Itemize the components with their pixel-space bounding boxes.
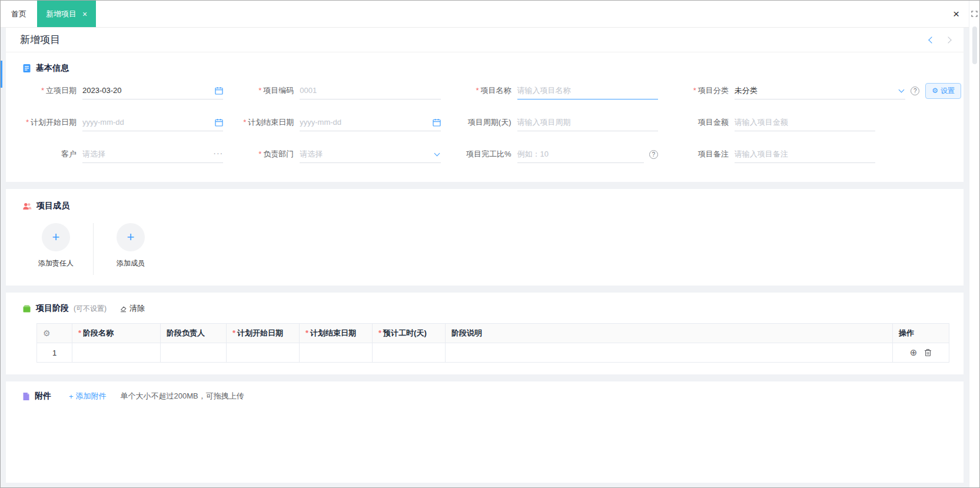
add-owner-unit: + 添加责任人 bbox=[22, 223, 89, 268]
attachment-hint: 单个大小不超过200MB，可拖拽上传 bbox=[121, 391, 244, 401]
field-project-code: *项目编码 0001 bbox=[240, 82, 440, 99]
field-project-period: 项目周期(天) 请输入项目周期 bbox=[457, 114, 658, 131]
lixiang-date-label: *立项日期 bbox=[22, 85, 82, 96]
plus-icon: + bbox=[52, 231, 60, 244]
project-remark-label: 项目备注 bbox=[675, 149, 735, 160]
phase-hours-cell[interactable] bbox=[373, 343, 446, 363]
phase-end-cell[interactable] bbox=[300, 343, 373, 363]
plan-start-date-input[interactable]: yyyy-mm-dd bbox=[82, 114, 223, 131]
phase-table-header-row: ⚙ *阶段名称 阶段负责人 *计划开始日期 bbox=[37, 324, 949, 343]
field-plan-start-date: *计划开始日期 yyyy-mm-dd bbox=[22, 114, 223, 131]
add-member-unit: + 添加成员 bbox=[97, 223, 164, 268]
phase-actions-cell: ⊕ bbox=[893, 343, 949, 363]
more-icon[interactable]: ··· bbox=[213, 149, 223, 160]
phase-table: ⚙ *阶段名称 阶段负责人 *计划开始日期 bbox=[36, 323, 949, 363]
required-mark: * bbox=[258, 86, 261, 95]
chevron-down-icon[interactable] bbox=[899, 89, 905, 92]
col-phase-end: *计划结束日期 bbox=[300, 324, 373, 343]
field-customer: 客户 请选择 ··· bbox=[22, 145, 223, 163]
col-actions: 操作 bbox=[893, 324, 949, 343]
category-settings-button[interactable]: ⚙ 设置 bbox=[925, 83, 961, 99]
next-arrow-icon[interactable] bbox=[945, 36, 951, 43]
phase-name-cell[interactable] bbox=[72, 343, 161, 363]
add-attachment-label: 添加附件 bbox=[76, 391, 107, 401]
window-close-button[interactable]: × bbox=[948, 1, 964, 28]
tab-new-project[interactable]: 新增项目 × bbox=[37, 1, 96, 27]
phase-desc-cell[interactable] bbox=[446, 343, 893, 363]
phase-owner-cell[interactable] bbox=[161, 343, 227, 363]
phases-note: (可不设置) bbox=[74, 304, 107, 314]
required-mark: * bbox=[258, 150, 261, 158]
project-name-label: *项目名称 bbox=[457, 85, 517, 96]
project-name-placeholder: 请输入项目名称 bbox=[517, 85, 571, 96]
attachments-section: 附件 + 添加附件 单个大小不超过200MB，可拖拽上传 bbox=[6, 381, 964, 483]
col-phase-desc: 阶段说明 bbox=[446, 324, 893, 343]
add-member-button[interactable]: + bbox=[117, 223, 145, 251]
project-period-label: 项目周期(天) bbox=[457, 117, 517, 128]
eraser-icon bbox=[119, 305, 127, 313]
add-attachment-button[interactable]: + 添加附件 bbox=[69, 391, 107, 401]
plan-end-date-input[interactable]: yyyy-mm-dd bbox=[300, 114, 440, 131]
department-select[interactable]: 请选择 bbox=[300, 145, 440, 163]
delete-row-icon[interactable] bbox=[924, 348, 932, 357]
customer-placeholder: 请选择 bbox=[82, 149, 105, 160]
right-scrollbar-gutter bbox=[969, 1, 979, 487]
completion-help-icon[interactable]: ? bbox=[649, 150, 658, 159]
add-owner-button[interactable]: + bbox=[42, 223, 70, 251]
completion-ratio-placeholder: 例如：10 bbox=[517, 149, 549, 160]
customer-picker[interactable]: 请选择 ··· bbox=[82, 145, 223, 163]
field-project-amount: 项目金额 请输入项目金额 bbox=[675, 114, 875, 131]
completion-ratio-input[interactable]: 例如：10 bbox=[517, 145, 644, 163]
app-window: 首页 新增项目 × × 新增项目 bbox=[0, 0, 980, 488]
project-category-select[interactable]: 未分类 bbox=[735, 82, 905, 99]
phases-section: 项目阶段 (可不设置) 清除 bbox=[6, 293, 964, 374]
calendar-icon[interactable] bbox=[215, 87, 223, 95]
tab-new-project-label: 新增项目 bbox=[46, 9, 77, 19]
calendar-icon[interactable] bbox=[433, 118, 441, 127]
tab-close-icon[interactable]: × bbox=[82, 10, 87, 18]
title-pager bbox=[929, 38, 951, 42]
category-help-icon[interactable]: ? bbox=[911, 87, 919, 95]
document-icon bbox=[22, 64, 31, 73]
required-mark: * bbox=[78, 328, 81, 337]
phase-start-cell[interactable] bbox=[227, 343, 300, 363]
phases-header: 项目阶段 (可不设置) 清除 bbox=[22, 300, 949, 317]
project-name-input[interactable]: 请输入项目名称 bbox=[517, 82, 658, 99]
plan-start-date-placeholder: yyyy-mm-dd bbox=[82, 118, 124, 127]
people-icon bbox=[22, 202, 32, 211]
category-settings-label: 设置 bbox=[941, 86, 955, 96]
plus-icon: + bbox=[69, 392, 74, 401]
lixiang-date-input[interactable]: 2023-03-20 bbox=[82, 82, 223, 99]
add-row-icon[interactable]: ⊕ bbox=[910, 347, 918, 357]
column-settings-icon[interactable]: ⚙ bbox=[43, 328, 51, 338]
members-header: 项目成员 bbox=[22, 197, 947, 215]
cube-icon bbox=[22, 304, 31, 313]
file-icon bbox=[22, 392, 30, 401]
fullscreen-icon[interactable] bbox=[971, 11, 978, 17]
field-completion-ratio: 项目完工比% 例如：10 ? bbox=[457, 145, 658, 163]
add-owner-label: 添加责任人 bbox=[38, 258, 74, 268]
main-column: 首页 新增项目 × × 新增项目 bbox=[1, 1, 969, 487]
basic-info-form: *立项日期 2023-03-20 bbox=[22, 82, 875, 163]
lixiang-date-value: 2023-03-20 bbox=[82, 86, 122, 95]
field-project-remark: 项目备注 请输入项目备注 bbox=[675, 145, 875, 163]
calendar-icon[interactable] bbox=[215, 118, 223, 127]
project-period-placeholder: 请输入项目周期 bbox=[517, 117, 571, 128]
required-mark: * bbox=[378, 328, 381, 337]
left-accent-bar bbox=[1, 61, 2, 88]
project-remark-input[interactable]: 请输入项目备注 bbox=[735, 145, 875, 163]
field-project-category: *项目分类 未分类 ? ⚙ 设置 bbox=[675, 82, 961, 99]
field-plan-end-date: *计划结束日期 yyyy-mm-dd bbox=[240, 114, 440, 131]
project-period-input[interactable]: 请输入项目周期 bbox=[517, 114, 658, 131]
col-phase-start: *计划开始日期 bbox=[227, 324, 300, 343]
prev-arrow-icon[interactable] bbox=[928, 36, 935, 43]
project-code-input[interactable]: 0001 bbox=[300, 82, 440, 99]
required-mark: * bbox=[41, 86, 44, 95]
customer-label: 客户 bbox=[22, 149, 82, 160]
project-category-label: *项目分类 bbox=[675, 85, 735, 96]
clear-phases-button[interactable]: 清除 bbox=[119, 303, 145, 314]
project-amount-input[interactable]: 请输入项目金额 bbox=[735, 114, 875, 131]
tab-home[interactable]: 首页 bbox=[1, 1, 37, 27]
scrollbar-thumb[interactable] bbox=[972, 26, 977, 64]
chevron-down-icon[interactable] bbox=[435, 153, 441, 155]
